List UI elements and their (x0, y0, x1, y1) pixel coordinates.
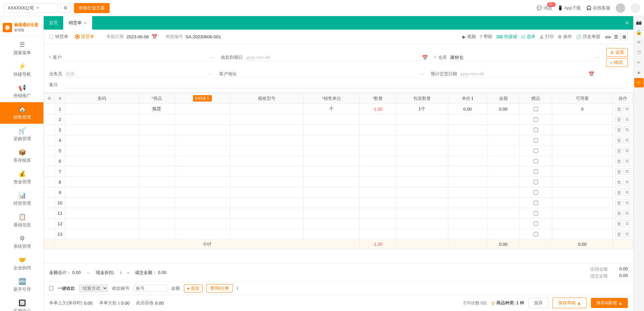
row1-price[interactable]: 0.00 (448, 104, 487, 114)
row10-copy[interactable]: ⧉ (623, 199, 630, 206)
row6-copy[interactable]: ⧉ (623, 158, 630, 164)
salesperson-input[interactable] (64, 70, 206, 78)
rfp-star[interactable]: ★ (634, 68, 644, 77)
row11-copy[interactable]: ⧉ (623, 210, 630, 217)
row3-copy[interactable]: ⧉ (623, 126, 630, 133)
addr-dots[interactable]: ··· (419, 71, 424, 77)
help-btn[interactable]: ? 帮助 (480, 34, 492, 40)
sidebar-item-finance[interactable]: 💰 资金管理 (0, 167, 43, 188)
customer-input[interactable] (64, 54, 208, 61)
shortcut-btn[interactable]: ⌨ 快捷键 (496, 34, 517, 40)
rfp-edit[interactable]: ✏ (634, 58, 644, 67)
th-scan[interactable]: 扫码录入 (175, 93, 230, 104)
row5-delete[interactable]: 🗑 (615, 147, 622, 154)
company-settings-button[interactable]: ⚙ (61, 3, 71, 13)
sidebar-item-quick-nav[interactable]: ⚡ 快捷导航 (0, 59, 43, 81)
expected-date-input[interactable] (459, 70, 586, 78)
sidebar-item-operations[interactable]: 📊 经营管理 (0, 188, 43, 210)
operate-btn[interactable]: ⚙ 操作 (558, 34, 572, 40)
customer-dots[interactable]: ··· (210, 54, 214, 61)
account-input[interactable] (134, 285, 167, 292)
row2-copy[interactable]: ⧉ (623, 116, 630, 123)
sidebar-item-system[interactable]: ⚙ 系统管理 (0, 231, 43, 253)
row1-spec[interactable] (230, 104, 303, 114)
due-date-cal-icon[interactable]: 📅 (422, 55, 428, 60)
video-btn[interactable]: ▶ 视频 (462, 34, 476, 40)
one-click-checkbox[interactable] (49, 286, 53, 290)
save-draft-button[interactable]: 保存草稿 ▲ (553, 298, 587, 308)
close-window-icon[interactable]: ✕ (625, 20, 629, 26)
settings-button[interactable]: ⚙ 设置 (606, 48, 628, 57)
app-download-button[interactable]: 📱 App下载 (558, 5, 581, 11)
tab-home[interactable]: 首页 (44, 16, 63, 30)
row8-copy[interactable]: ⧉ (623, 179, 630, 185)
row4-delete[interactable]: 🗑 (615, 137, 622, 144)
due-date-input[interactable] (245, 54, 420, 61)
customer-addr-input[interactable] (239, 70, 417, 78)
row1-barcode[interactable] (65, 104, 139, 114)
row12-delete[interactable]: 🗑 (615, 220, 622, 227)
print-btn[interactable]: 🖨 打印 (539, 34, 554, 40)
history-btn[interactable]: 🕐 历史单据 (576, 34, 600, 40)
salesperson-dots[interactable]: ··· (208, 71, 213, 77)
logistics-button[interactable]: + 物流 (606, 58, 628, 67)
message-button[interactable]: 💬 消息 99+ (537, 5, 552, 11)
row1-copy-icon[interactable]: ⧉ (623, 106, 630, 112)
save-new-button[interactable]: 保存&新增 ▲ (591, 298, 628, 308)
remark-input[interactable] (65, 81, 628, 88)
calc-method-select[interactable]: 结算方式 (79, 284, 108, 292)
sidebar-item-guide[interactable]: 🆕 新手引导 (0, 274, 43, 296)
online-service-button[interactable]: 🎧 在线客服 (586, 5, 610, 11)
rfp-clock[interactable]: ⏱ (634, 48, 644, 57)
sidebar-item-sales[interactable]: 🏠 销售管理 (0, 102, 43, 124)
th-gear[interactable]: ⚙ (44, 93, 55, 104)
row13-copy[interactable]: ⧉ (623, 231, 630, 237)
discard-button[interactable]: 放弃 (528, 298, 548, 308)
sidebar-item-apps[interactable]: 🔲 应用中心 (0, 296, 43, 311)
scan-button[interactable]: 扫码录入 (193, 95, 212, 102)
row1-gift[interactable] (520, 104, 552, 114)
view-list-btn[interactable]: ☰ (612, 33, 620, 40)
row4-copy[interactable]: ⧉ (623, 137, 630, 144)
rfp-orange[interactable]: 🔶 (634, 78, 644, 87)
row5-copy[interactable]: ⧉ (623, 147, 630, 154)
tab-sales-order[interactable]: 销货单 ✕ (63, 16, 92, 30)
sidebar-item-enterprise[interactable]: 🤝 企业协同 (0, 253, 43, 274)
rfp-camera[interactable]: 📷 (634, 17, 644, 27)
sidebar-item-inventory[interactable]: 📦 库存核算 (0, 145, 43, 167)
sidebar-item-marketing[interactable]: 📢 营销推广 (0, 81, 43, 102)
sidebar-item-search-order[interactable]: ☰ 搜索菜单 (0, 38, 43, 59)
row1-qty[interactable]: -1.00 (359, 104, 396, 114)
sidebar-item-purchase[interactable]: 🛒 采购管理 (0, 124, 43, 145)
rfp-lock[interactable]: 🔒 (634, 28, 644, 37)
row7-delete[interactable]: 🗑 (615, 168, 622, 175)
row2-delete[interactable]: 🗑 (615, 116, 622, 123)
avatar-extra[interactable] (631, 3, 640, 13)
radio-sales-order[interactable]: 销货单 (49, 34, 68, 40)
company-selector[interactable]: XXXXXX公司 ▼ (4, 3, 58, 13)
row1-delete-icon[interactable]: 🗑 (615, 106, 622, 112)
row12-copy[interactable]: ⧉ (623, 220, 630, 227)
calendar-icon[interactable]: 📅 (152, 34, 157, 39)
fee-split-button[interactable]: 费用&分摊 (206, 284, 233, 293)
rfp-eye[interactable]: 👁 (634, 38, 644, 47)
nav-prev-icon[interactable]: ◀ (604, 34, 608, 39)
row11-delete[interactable]: 🗑 (615, 210, 622, 217)
row9-copy[interactable]: ⧉ (623, 189, 630, 196)
warehouse-input[interactable] (449, 54, 593, 61)
tab-close-icon[interactable]: ✕ (84, 21, 87, 25)
row13-delete[interactable]: 🗑 (615, 231, 622, 237)
nav-next-icon[interactable]: ▶ (608, 34, 612, 39)
warehouse-dots[interactable]: ··· (595, 54, 600, 61)
row6-delete[interactable]: 🗑 (615, 158, 622, 164)
row7-copy[interactable]: ⧉ (623, 168, 630, 175)
row10-delete[interactable]: 🗑 (615, 199, 622, 206)
row8-delete[interactable]: 🗑 (615, 179, 622, 185)
select-btn[interactable]: ☑ 选单 (521, 34, 535, 40)
avatar[interactable] (616, 3, 625, 13)
trial-button[interactable]: 体验行业方案 (74, 3, 110, 13)
sidebar-item-basic[interactable]: 📋 基础信息 (0, 210, 43, 231)
expected-date-cal-icon[interactable]: 📅 (589, 71, 594, 77)
add-payment-button[interactable]: ● 添加 (184, 284, 202, 293)
row3-delete[interactable]: 🗑 (615, 126, 622, 133)
